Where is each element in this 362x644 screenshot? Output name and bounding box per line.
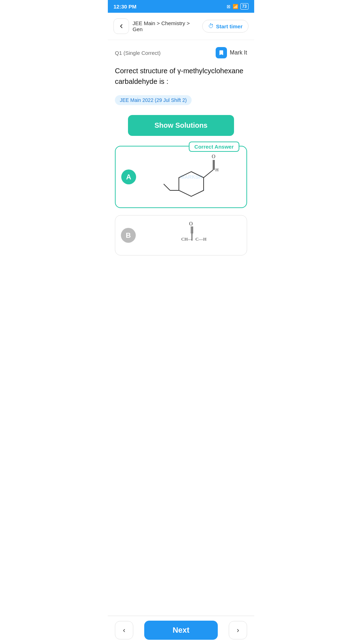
option-b-circle: B <box>121 228 136 243</box>
status-time: 12:30 PM <box>113 4 136 10</box>
svg-text:O: O <box>212 154 215 159</box>
status-icons: ⊠ 📶 73 <box>227 3 249 10</box>
svg-marker-0 <box>179 172 204 196</box>
molecule-b-image: O CH— C—H <box>141 221 241 249</box>
svg-line-7 <box>164 184 170 190</box>
bookmark-icon <box>218 50 224 56</box>
start-timer-button[interactable]: ⏱ Start timer <box>202 20 249 33</box>
show-solutions-button[interactable]: Show Solutions <box>128 115 234 136</box>
wifi-icon: 📶 <box>233 4 238 9</box>
question-text: Correct structure of γ-methylcyclohexane… <box>115 65 247 87</box>
option-a-circle: A <box>121 169 136 184</box>
clock-icon: ⏱ <box>208 23 214 29</box>
timer-label: Start timer <box>216 23 243 29</box>
svg-text:C—H: C—H <box>195 236 206 242</box>
molecule-a-svg: O H <box>156 152 227 202</box>
question-header: Q1 (Single Correct) Mark It <box>115 47 247 58</box>
main-content: Q1 (Single Correct) Mark It Correct stru… <box>108 40 254 298</box>
molecule-b-svg: O CH— C—H <box>156 221 227 249</box>
status-bar: 12:30 PM ⊠ 📶 73 <box>108 0 254 13</box>
chevron-left-icon <box>118 23 124 29</box>
correct-answer-label: Correct Answer <box>189 142 239 152</box>
molecule-a-image: O H MARKSH <box>142 152 241 202</box>
question-label: Q1 (Single Correct) <box>115 50 160 56</box>
option-a-row: A O H <box>121 152 241 202</box>
svg-text:CH—: CH— <box>181 236 193 242</box>
option-a-card[interactable]: Correct Answer A <box>115 146 247 208</box>
battery-indicator: 73 <box>240 3 249 10</box>
question-tag: JEE Main 2022 (29 Jul Shift 2) <box>115 95 192 105</box>
close-icon: ⊠ <box>227 4 230 9</box>
header: JEE Main > Chemistry > Gen ⏱ Start timer <box>108 13 254 40</box>
option-b-card[interactable]: B O CH— C—H <box>115 215 247 255</box>
bookmark-icon-container <box>216 47 227 58</box>
back-button[interactable] <box>113 18 129 34</box>
option-b-row: B O CH— C—H <box>121 221 241 249</box>
mark-it-button[interactable]: Mark It <box>216 47 247 58</box>
breadcrumb: JEE Main > Chemistry > Gen <box>133 20 199 32</box>
svg-text:O: O <box>189 221 193 226</box>
mark-it-label: Mark It <box>230 50 247 56</box>
svg-text:H: H <box>215 167 218 172</box>
svg-line-1 <box>204 170 213 178</box>
